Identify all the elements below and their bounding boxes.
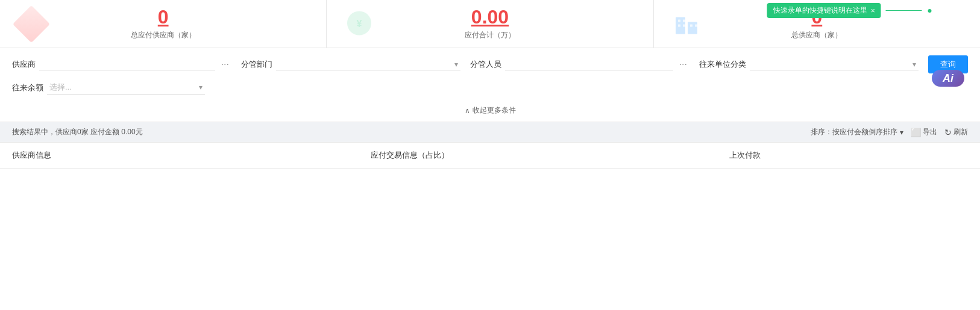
result-bar: 搜索结果中，供应商0家 应付金额 0.00元 排序：按应付会额倒序排序 ▾ ⬜ …	[0, 122, 980, 143]
stat-payable-total: ¥ 0.00 应付合计（万）	[327, 0, 653, 48]
payable-total-value[interactable]: 0.00	[471, 7, 509, 26]
unit-category-select[interactable]: ▾	[750, 59, 919, 70]
supplier-input[interactable]	[39, 58, 215, 70]
total-payable-suppliers-label: 总应付供应商（家）	[131, 30, 196, 40]
filter-manager: 分管人员 ···	[470, 58, 689, 70]
svg-text:¥: ¥	[357, 18, 362, 28]
stat-total-payable-suppliers: 0 总应付供应商（家）	[0, 0, 327, 48]
refresh-button[interactable]: ↻ 刷新	[944, 127, 968, 137]
diamond-icon	[18, 11, 45, 37]
tooltip-dot	[927, 8, 933, 14]
svg-rect-5	[683, 19, 685, 22]
coin-icon: ¥	[345, 8, 374, 39]
collapse-icon: ∧	[465, 107, 470, 115]
collapse-label: 收起更多条件	[473, 105, 516, 116]
supplier-more-btn[interactable]: ···	[219, 59, 231, 70]
balance-placeholder: 选择...	[49, 82, 199, 93]
total-suppliers-label: 总供应商（家）	[791, 30, 842, 40]
table-header: 供应商信息 应付交易信息（占比） 上次付款	[0, 143, 980, 169]
manager-input[interactable]	[505, 58, 673, 70]
unit-category-dropdown-icon: ▾	[912, 60, 916, 69]
filter-bar: 供应商 ··· 分管部门 ▾ 分管人员 ··· 往来单位分类 ▾	[0, 48, 980, 122]
col-header-supplier-info: 供应商信息	[12, 150, 371, 161]
payable-total-label: 应付合计（万）	[465, 30, 515, 40]
filter-row-2: 往来余额 选择... ▾	[12, 81, 205, 95]
filter-balance: 往来余额 选择... ▾	[12, 81, 205, 95]
tooltip-container: 快速录单的快捷键说明在这里 ×	[767, 3, 933, 18]
supplier-label: 供应商	[12, 59, 36, 70]
export-icon: ⬜	[911, 128, 921, 137]
filter-department: 分管部门 ▾	[241, 59, 460, 70]
tooltip-close-icon[interactable]: ×	[871, 7, 875, 15]
svg-rect-8	[690, 24, 693, 26]
stat-total-suppliers: 快速录单的快捷键说明在这里 × 0 总供应商（家）	[654, 0, 980, 48]
collapse-bar: ∧ 收起更多条件	[12, 102, 968, 122]
sort-icon: ▾	[900, 128, 903, 137]
balance-dropdown-icon: ▾	[199, 83, 203, 91]
tooltip-text: 快速录单的快捷键说明在这里	[773, 5, 867, 16]
result-actions: 排序：按应付会额倒序排序 ▾ ⬜ 导出 ↻ 刷新	[811, 127, 968, 137]
svg-rect-4	[678, 19, 680, 22]
result-info: 搜索结果中，供应商0家 应付金额 0.00元	[12, 127, 143, 137]
buildings-icon	[672, 8, 701, 39]
department-dropdown-icon: ▾	[454, 60, 458, 69]
svg-rect-6	[678, 24, 680, 26]
unit-category-label: 往来单位分类	[699, 59, 746, 70]
collapse-button[interactable]: ∧ 收起更多条件	[465, 105, 516, 116]
refresh-label: 刷新	[953, 127, 968, 137]
tooltip-line	[886, 10, 922, 11]
manager-label: 分管人员	[470, 59, 501, 70]
export-button[interactable]: ⬜ 导出	[911, 127, 937, 137]
balance-select[interactable]: 选择... ▾	[47, 81, 205, 95]
department-label: 分管部门	[241, 59, 272, 70]
sort-button[interactable]: 排序：按应付会额倒序排序 ▾	[811, 127, 903, 137]
stats-bar: 0 总应付供应商（家） ¥ 0.00 应付合计（万） 快速录单的快捷键说明在这里…	[0, 0, 980, 48]
balance-label: 往来余额	[12, 82, 43, 93]
filter-row-1: 供应商 ··· 分管部门 ▾ 分管人员 ··· 往来单位分类 ▾	[12, 55, 968, 73]
col-header-transaction-info: 应付交易信息（占比）	[371, 150, 729, 161]
filter-supplier: 供应商 ···	[12, 58, 231, 70]
sort-label: 排序：按应付会额倒序排序	[811, 127, 897, 137]
svg-rect-7	[683, 24, 685, 26]
col-header-last-payment: 上次付款	[729, 150, 969, 161]
ai-badge[interactable]: Ai	[932, 70, 964, 87]
total-payable-suppliers-value[interactable]: 0	[158, 7, 169, 26]
svg-rect-3	[688, 22, 697, 34]
manager-more-btn[interactable]: ···	[677, 59, 689, 70]
tooltip-bubble: 快速录单的快捷键说明在这里 ×	[767, 3, 881, 18]
table-body	[0, 169, 980, 310]
department-select[interactable]: ▾	[276, 59, 460, 70]
filter-unit-category: 往来单位分类 ▾	[699, 59, 919, 70]
refresh-icon: ↻	[944, 128, 952, 137]
export-label: 导出	[923, 127, 937, 137]
svg-rect-9	[695, 24, 697, 26]
